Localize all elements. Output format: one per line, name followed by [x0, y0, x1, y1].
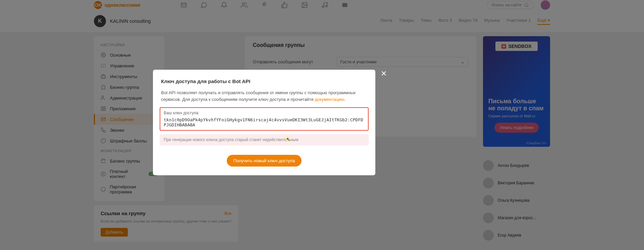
warning-text: При генерации нового ключа доступа стары… — [164, 137, 298, 142]
modal-desc-suffix: . — [344, 97, 345, 102]
modal-title: Ключ доступа для работы с Bot API — [160, 78, 369, 84]
documentation-link[interactable]: документацию — [315, 97, 344, 102]
access-token-box[interactable]: Ваш ключ доступа: tkn1c0pD9OaPk4pYkvhfYF… — [160, 107, 369, 131]
modal-description: Bot API позволяет получать и отправлять … — [160, 89, 369, 103]
token-value: tkn1c0pD9OaPk4pYkvhfYFoiGHykgv1FN6irscaj… — [164, 117, 365, 127]
close-modal-button[interactable]: ✕ — [381, 69, 644, 78]
token-label: Ваш ключ доступа: — [164, 111, 365, 115]
cursor-icon: ↖ — [286, 137, 290, 142]
generate-new-key-button[interactable]: Получить новый ключ доступа — [227, 155, 302, 167]
warning-message: При генерации нового ключа доступа стары… — [160, 134, 369, 145]
bot-api-key-modal: Ключ доступа для работы с Bot API Bot AP… — [153, 70, 375, 175]
